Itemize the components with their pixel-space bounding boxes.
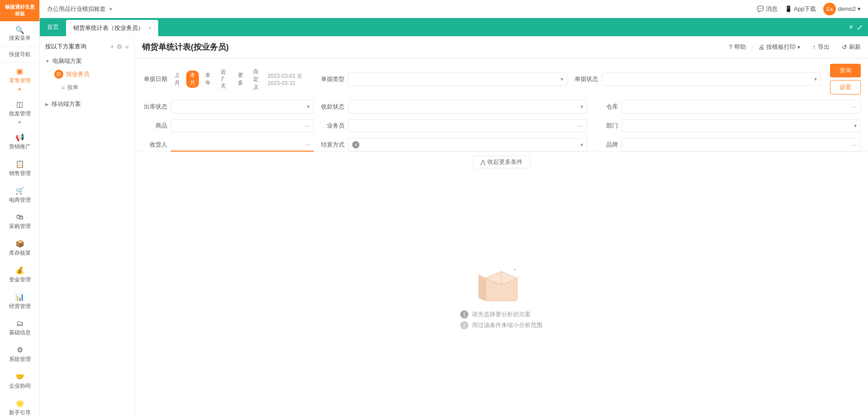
date-tab-this-month[interactable]: 本月 bbox=[186, 71, 199, 88]
doc-status-control[interactable]: ▾ bbox=[602, 72, 821, 86]
date-tab-this-year[interactable]: 本年 bbox=[202, 71, 214, 88]
action-buttons: 查询 设置 bbox=[830, 64, 861, 95]
tab-bar: 首页 销货单统计表（按业务员） × × ⤢ bbox=[40, 18, 868, 36]
payment-status-dropdown-icon: ▾ bbox=[580, 104, 583, 110]
tab-close-btn[interactable]: × bbox=[849, 23, 853, 31]
scheme-item-by-salesperson[interactable]: 按 按业务员 bbox=[40, 67, 134, 81]
export-button[interactable]: ↑ 导出 bbox=[813, 43, 830, 51]
department-control[interactable]: ▾ bbox=[622, 119, 861, 133]
step1-num: 1 bbox=[460, 310, 468, 318]
print-dropdown-arrow: ▾ bbox=[797, 44, 800, 50]
filter-section: 单据日期 上月 本月 本年 近7天 更多 自定义 20 bbox=[135, 58, 868, 172]
warehouse-label: 仓库 bbox=[593, 103, 618, 111]
sidebar-item-finance[interactable]: 💰 资金管理 bbox=[0, 261, 39, 288]
goods-dots-icon: ··· bbox=[304, 122, 310, 129]
refresh-icon: ↺ bbox=[842, 43, 847, 51]
left-panel-header: 按以下方案查询 + ⚙ « bbox=[40, 40, 134, 53]
left-panel-icons: + ⚙ « bbox=[110, 43, 129, 50]
filter-date: 单据日期 上月 本月 本年 近7天 更多 自定义 20 bbox=[142, 67, 314, 92]
out-status-control[interactable]: ▾ bbox=[171, 100, 314, 114]
scheme-section-desktop-title[interactable]: ▼ 电脑端方案 bbox=[40, 55, 134, 67]
print-button[interactable]: 🖨 按模板打印 ▾ bbox=[758, 43, 800, 51]
sidebar-item-basic[interactable]: 🗂 基础信息 bbox=[0, 315, 39, 341]
page-title-row: 销货单统计表(按业务员) ? 帮助 | 🖨 按模板打印 ▾ | bbox=[142, 42, 861, 52]
payment-status-control[interactable]: ▾ bbox=[348, 100, 587, 114]
top-header-right: 💬 消息 📱 App下载 Ea demo2 ▾ bbox=[757, 3, 861, 15]
newbie-icon: 🌟 bbox=[15, 399, 24, 408]
collapse-button[interactable]: ⋀ 收起更多条件 bbox=[473, 156, 530, 168]
sidebar-item-ecommerce[interactable]: 🛒 电商管理 bbox=[0, 182, 39, 209]
salesperson-control[interactable]: ··· bbox=[348, 119, 587, 133]
top-header: 办公用品行业模拟账套 ▾ 💬 消息 📱 App下载 Ea demo2 ▾ bbox=[40, 0, 868, 18]
refresh-button[interactable]: ↺ 刷新 bbox=[842, 43, 861, 51]
settlement-control[interactable]: × ▾ bbox=[348, 138, 587, 152]
tab-close-icon[interactable]: × bbox=[148, 25, 151, 31]
section-arrow: ▼ bbox=[45, 59, 50, 64]
scheme-section-mobile: ▶ 移动端方案 bbox=[40, 95, 134, 113]
settlement-clear-icon[interactable]: × bbox=[352, 141, 359, 148]
msg-button[interactable]: 💬 消息 bbox=[757, 5, 778, 13]
empty-box-svg: ✦ ✦ bbox=[474, 258, 528, 303]
filter-row-1: 单据日期 上月 本月 本年 近7天 更多 自定义 20 bbox=[142, 64, 861, 95]
app-name: 办公用品行业模拟账套 bbox=[47, 5, 106, 13]
wholesale-icon: ◫ bbox=[16, 100, 23, 109]
date-tabs: 上月 本月 本年 近7天 更多 自定义 bbox=[171, 67, 265, 92]
user-avatar[interactable]: Ea demo2 ▾ bbox=[823, 3, 861, 15]
sidebar-quick-nav[interactable]: 快捷导航 bbox=[0, 47, 39, 62]
receiver-label: 收货人 bbox=[142, 141, 167, 149]
sidebar-item-operation[interactable]: 📊 经营管理 bbox=[0, 288, 39, 315]
query-button[interactable]: 查询 bbox=[830, 64, 861, 77]
warehouse-control[interactable]: ··· bbox=[622, 100, 861, 114]
filter-department: 部门 ▾ bbox=[593, 119, 861, 133]
date-tab-7days[interactable]: 近7天 bbox=[217, 67, 231, 91]
doc-type-control[interactable]: ▾ bbox=[348, 72, 567, 86]
sidebar-item-purchase[interactable]: 🛍 采购管理 bbox=[0, 209, 39, 235]
step2-num: 2 bbox=[460, 321, 468, 329]
right-panel: 销货单统计表(按业务员) ? 帮助 | 🖨 按模板打印 ▾ | bbox=[135, 36, 868, 418]
empty-state: ✦ ✦ 1 请先选择要分析的方案 2 用过滤条件来缩小分析范围 bbox=[135, 172, 868, 418]
sidebar-item-marketing[interactable]: 📢 营销推广 bbox=[0, 128, 39, 155]
svg-text:✦: ✦ bbox=[513, 266, 517, 273]
date-tab-last-month[interactable]: 上月 bbox=[171, 71, 184, 88]
app-download-button[interactable]: 📱 App下载 bbox=[785, 5, 816, 13]
brand-dots-icon: ··· bbox=[851, 141, 857, 148]
main-area: 办公用品行业模拟账套 ▾ 💬 消息 📱 App下载 Ea demo2 ▾ 首页 … bbox=[40, 0, 868, 418]
sidebar-logo[interactable]: 畅捷通好生意 标版 bbox=[0, 0, 39, 21]
sidebar-item-retail[interactable]: ▣ 零售管理 ▲ bbox=[0, 62, 39, 95]
tab-active[interactable]: 销货单统计表（按业务员） × bbox=[66, 20, 158, 36]
department-dropdown-icon: ▾ bbox=[854, 123, 857, 129]
scheme-section-mobile-title[interactable]: ▶ 移动端方案 bbox=[40, 97, 134, 111]
tab-maximize-btn[interactable]: ⤢ bbox=[857, 23, 863, 32]
receiver-control[interactable]: ··· bbox=[171, 138, 314, 152]
sub-item-by-order[interactable]: ≡ 按单 bbox=[40, 81, 134, 94]
inventory-icon: 📦 bbox=[15, 239, 24, 248]
sidebar-item-enterprise[interactable]: 🤝 企业协同 bbox=[0, 368, 39, 394]
content-area: 按以下方案查询 + ⚙ « ▼ 电脑端方案 按 按业务员 ≡ 按单 bbox=[40, 36, 868, 418]
sales-icon: 📋 bbox=[15, 160, 24, 168]
date-tab-custom[interactable]: 自定义 bbox=[250, 67, 265, 92]
sidebar-search[interactable]: 🔍 搜索菜单 bbox=[0, 21, 39, 47]
sidebar-item-sales[interactable]: 📋 销售管理 bbox=[0, 155, 39, 182]
filter-warehouse: 仓库 ··· bbox=[593, 100, 861, 114]
purchase-icon: 🛍 bbox=[16, 213, 24, 221]
scheme-active-icon: 按 bbox=[54, 70, 63, 79]
app-dropdown-icon[interactable]: ▾ bbox=[109, 6, 112, 12]
empty-step-1: 1 请先选择要分析的方案 bbox=[460, 310, 542, 318]
goods-control[interactable]: ··· bbox=[171, 119, 314, 133]
settings-scheme-icon[interactable]: ⚙ bbox=[117, 43, 123, 50]
date-tab-more[interactable]: 更多 bbox=[234, 71, 247, 88]
brand-control[interactable]: ··· bbox=[622, 138, 861, 152]
page-title: 销货单统计表(按业务员) bbox=[142, 42, 229, 52]
sidebar-item-system[interactable]: ⚙ 系统管理 bbox=[0, 341, 39, 368]
tab-home[interactable]: 首页 bbox=[40, 18, 66, 36]
sidebar-item-wholesale[interactable]: ◫ 批发管理 ▲ bbox=[0, 95, 39, 128]
svg-text:✦: ✦ bbox=[517, 275, 520, 279]
sidebar-item-inventory[interactable]: 📦 库存核算 bbox=[0, 235, 39, 261]
collapse-scheme-icon[interactable]: « bbox=[125, 43, 129, 50]
svg-marker-3 bbox=[479, 275, 486, 301]
help-button[interactable]: ? 帮助 bbox=[729, 43, 746, 51]
setting-button[interactable]: 设置 bbox=[830, 80, 861, 95]
add-scheme-icon[interactable]: + bbox=[110, 43, 114, 50]
system-icon: ⚙ bbox=[17, 346, 23, 354]
sidebar-item-newbie[interactable]: 🌟 新手引导 bbox=[0, 394, 39, 418]
